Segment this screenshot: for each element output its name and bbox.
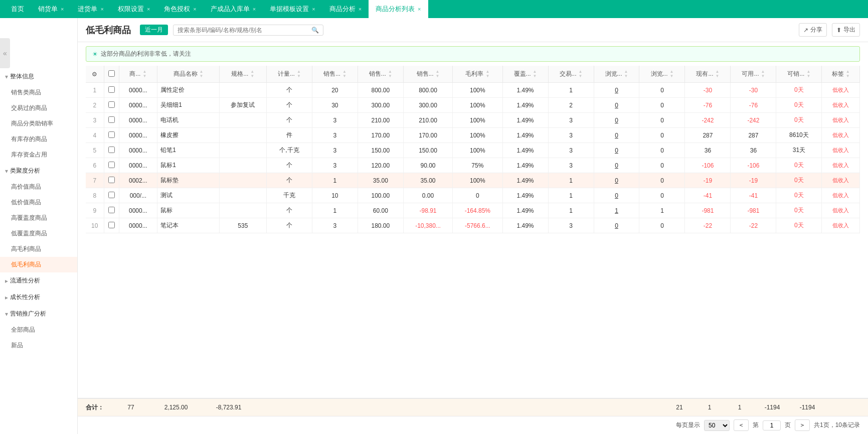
sidebar-item-category-sales-rate[interactable]: 商品分类助销率 <box>0 116 77 131</box>
sidebar-item-low-coverage[interactable]: 低覆盖度商品 <box>0 226 77 241</box>
sidebar-group-cluster[interactable]: ▾ 类聚度分析 <box>0 163 77 179</box>
row-view1[interactable]: 1 <box>594 203 639 218</box>
row-checkbox[interactable] <box>108 192 115 198</box>
row-checkbox[interactable] <box>108 86 115 93</box>
row-checkbox-cell[interactable] <box>104 113 119 128</box>
next-page-btn[interactable]: ＞ <box>795 419 810 431</box>
row-checkbox-cell[interactable] <box>104 188 119 203</box>
page-input[interactable] <box>763 420 781 430</box>
sidebar-item-new-products[interactable]: 新品 <box>0 338 77 353</box>
close-icon[interactable]: × <box>193 6 196 12</box>
nav-template-settings[interactable]: 单据模板设置 × <box>263 0 322 18</box>
prev-page-btn[interactable]: ＜ <box>734 419 749 431</box>
col-sales3[interactable]: 销售...▲▼ <box>403 66 452 83</box>
select-all-checkbox[interactable] <box>108 70 115 77</box>
col-code[interactable]: 商...▲▼ <box>119 66 157 83</box>
row-name[interactable]: 电话机 <box>157 113 220 128</box>
row-name[interactable]: 橡皮擦 <box>157 128 220 143</box>
row-view1[interactable]: 0 <box>594 218 639 233</box>
row-name[interactable]: 吴细细1 <box>157 98 220 113</box>
close-icon[interactable]: × <box>359 6 362 12</box>
row-view1[interactable]: 0 <box>594 188 639 203</box>
col-gross-rate[interactable]: 毛利率▲▼ <box>453 66 502 83</box>
time-filter-btn[interactable]: 近一月 <box>140 25 168 35</box>
row-name[interactable]: 笔记本 <box>157 218 220 233</box>
row-view1[interactable]: 0 <box>594 173 639 188</box>
col-stock3[interactable]: 可销...▲▼ <box>776 66 822 83</box>
row-checkbox[interactable] <box>108 147 115 153</box>
row-checkbox-cell[interactable] <box>104 218 119 233</box>
col-name[interactable]: 商品名称▲▼ <box>157 66 220 83</box>
row-view1[interactable]: 0 <box>594 158 639 173</box>
col-view2[interactable]: 浏览...▲▼ <box>639 66 685 83</box>
row-checkbox[interactable] <box>108 207 115 213</box>
col-sales1[interactable]: 销售...▲▼ <box>312 66 358 83</box>
row-view1[interactable]: 0 <box>594 113 639 128</box>
col-tag[interactable]: 标签▲▼ <box>822 66 860 83</box>
row-name[interactable]: 鼠标1 <box>157 158 220 173</box>
row-checkbox-cell[interactable] <box>104 83 119 98</box>
row-checkbox[interactable] <box>108 222 115 228</box>
export-button[interactable]: ⬆ 导出 <box>832 23 860 37</box>
col-sales2[interactable]: 销售...▲▼ <box>358 66 403 83</box>
share-button[interactable]: ↗ 分享 <box>799 23 827 37</box>
col-stock2[interactable]: 可用...▲▼ <box>731 66 776 83</box>
close-icon[interactable]: × <box>147 6 150 12</box>
col-spec[interactable]: 规格...▲▼ <box>219 66 266 83</box>
row-checkbox-cell[interactable] <box>104 173 119 188</box>
row-view1[interactable]: 0 <box>594 98 639 113</box>
col-trans[interactable]: 交易...▲▼ <box>548 66 594 83</box>
nav-purchase[interactable]: 进货单 × <box>71 0 110 18</box>
row-name[interactable]: 属性定价 <box>157 83 220 98</box>
row-checkbox-cell[interactable] <box>104 158 119 173</box>
row-view1[interactable]: 0 <box>594 83 639 98</box>
sidebar-item-high-value[interactable]: 高价值商品 <box>0 179 77 195</box>
sidebar-group-growth[interactable]: ▸ 成长性分析 <box>0 289 77 306</box>
sidebar-item-stock-funds[interactable]: 库存资金占用 <box>0 147 77 163</box>
row-name[interactable]: 铅笔1 <box>157 143 220 158</box>
nav-home[interactable]: 首页 <box>4 0 31 18</box>
col-view1[interactable]: 浏览...▲▼ <box>594 66 639 83</box>
row-checkbox-cell[interactable] <box>104 128 119 143</box>
sidebar-group-marketing[interactable]: ▾ 营销推广分析 <box>0 306 77 322</box>
nav-product-analysis-list[interactable]: 商品分析列表 × <box>369 0 428 18</box>
table-container[interactable]: ⚙ 商...▲▼ 商品名称▲▼ 规格...▲▼ 计量...▲▼ 销售...▲▼ … <box>78 66 868 398</box>
close-icon[interactable]: × <box>100 6 103 12</box>
search-icon[interactable]: 🔍 <box>311 27 319 34</box>
close-icon[interactable]: × <box>61 6 64 12</box>
sidebar-item-all-products[interactable]: 全部商品 <box>0 322 77 338</box>
nav-product-entry[interactable]: 产成品入库单 × <box>204 0 263 18</box>
nav-sales[interactable]: 销货单 × <box>31 0 71 18</box>
close-icon[interactable]: × <box>418 6 421 12</box>
sidebar-item-high-coverage[interactable]: 高覆盖度商品 <box>0 210 77 226</box>
col-cover[interactable]: 覆盖...▲▼ <box>502 66 548 83</box>
sidebar-item-low-value[interactable]: 低价值商品 <box>0 195 77 210</box>
row-view1[interactable]: 0 <box>594 143 639 158</box>
row-checkbox-cell[interactable] <box>104 143 119 158</box>
row-checkbox[interactable] <box>108 177 115 183</box>
row-checkbox[interactable] <box>108 162 115 168</box>
row-checkbox[interactable] <box>108 131 115 138</box>
nav-roles[interactable]: 角色授权 × <box>157 0 203 18</box>
close-icon[interactable]: × <box>253 6 256 12</box>
col-settings[interactable]: ⚙ <box>86 66 104 83</box>
sidebar-item-traded-products[interactable]: 交易过的商品 <box>0 100 77 116</box>
sidebar-item-high-gross[interactable]: 高毛利商品 <box>0 241 77 257</box>
search-input[interactable] <box>178 27 309 34</box>
col-stock1[interactable]: 现有...▲▼ <box>685 66 731 83</box>
row-checkbox-cell[interactable] <box>104 98 119 113</box>
col-unit[interactable]: 计量...▲▼ <box>266 66 312 83</box>
row-name[interactable]: 鼠标垫 <box>157 173 220 188</box>
row-name[interactable]: 测试 <box>157 188 220 203</box>
row-checkbox-cell[interactable] <box>104 203 119 218</box>
close-icon[interactable]: × <box>312 6 315 12</box>
nav-permissions[interactable]: 权限设置 × <box>111 0 157 18</box>
sidebar-item-low-gross[interactable]: 低毛利商品 <box>0 257 77 272</box>
sidebar-group-flow[interactable]: ▸ 流通性分析 <box>0 272 77 289</box>
row-checkbox[interactable] <box>108 116 115 123</box>
sidebar-group-overall[interactable]: ▾ 整体信息 <box>0 68 77 85</box>
sidebar-item-in-stock[interactable]: 有库存的商品 <box>0 131 77 147</box>
row-view1[interactable]: 0 <box>594 128 639 143</box>
sidebar-collapse-btn[interactable]: « <box>0 38 10 68</box>
row-checkbox[interactable] <box>108 101 115 108</box>
